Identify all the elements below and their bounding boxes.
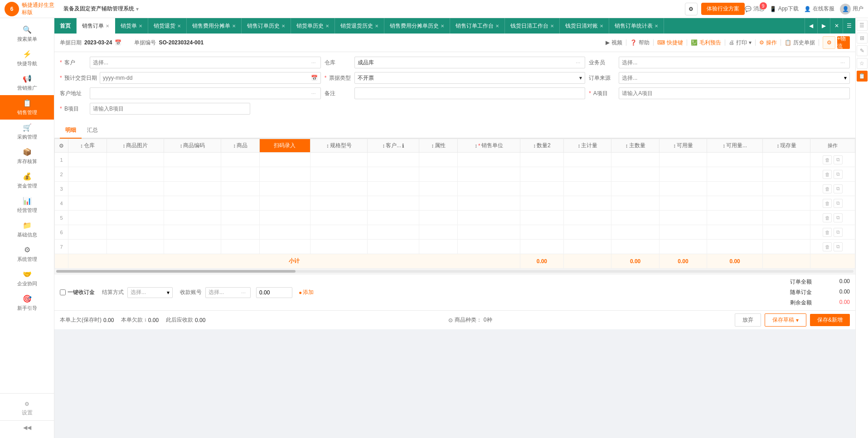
row-1-customer-code[interactable]: [368, 153, 419, 167]
row-2-image[interactable]: [107, 167, 164, 182]
right-sidebar-clipboard-icon[interactable]: 📋: [857, 71, 868, 82]
tab-menu-btn[interactable]: ☰: [843, 18, 855, 34]
row-5-code[interactable]: [164, 211, 221, 225]
row-4-available2[interactable]: [707, 196, 763, 211]
row-6-delete-btn[interactable]: 🗑: [823, 228, 832, 237]
row-2-warehouse[interactable]: [68, 167, 107, 182]
row-1-warehouse[interactable]: [68, 153, 107, 167]
row-5-main-unit[interactable]: [563, 211, 611, 225]
row-7-unit[interactable]: [458, 240, 520, 254]
row-5-attr[interactable]: [419, 211, 458, 225]
invoice-type-select[interactable]: 不开票 ▾: [354, 72, 586, 84]
row-7-available2[interactable]: [707, 240, 763, 254]
row-5-available[interactable]: [659, 211, 707, 225]
row-5-image[interactable]: [107, 211, 164, 225]
row-3-attr[interactable]: [419, 182, 458, 196]
row-4-unit[interactable]: [458, 196, 520, 211]
payment-amount-input[interactable]: [256, 287, 292, 298]
sidebar-item-finance[interactable]: 💰 资金管理: [0, 168, 54, 193]
row-1-available[interactable]: [659, 153, 707, 167]
auto-payment-checkbox-label[interactable]: 一键收订金: [60, 289, 95, 296]
tab-sales-fee-history[interactable]: 销售费用分摊单历史 ✕: [384, 18, 450, 34]
notes-input[interactable]: [358, 88, 582, 99]
user-area[interactable]: 👤 用户: [840, 4, 863, 14]
row-2-qty2[interactable]: [520, 167, 563, 182]
sidebar-item-operations[interactable]: 📊 经营管理: [0, 193, 54, 217]
tab-sales-fee[interactable]: 销售费用分摊单 ✕: [187, 18, 242, 34]
row-4-customer-code[interactable]: [368, 196, 419, 211]
row-1-qty2[interactable]: [520, 153, 563, 167]
row-1-stock[interactable]: [762, 153, 810, 167]
row-6-main-unit[interactable]: [563, 225, 611, 240]
sidebar-item-sales[interactable]: 📋 销售管理: [0, 95, 54, 120]
add-payment-btn[interactable]: ● 添加: [299, 289, 314, 296]
row-5-scan[interactable]: [259, 211, 310, 225]
sidebar-item-inventory[interactable]: 📦 库存核算: [0, 144, 54, 168]
row-7-attr[interactable]: [419, 240, 458, 254]
tab-sales-invoice-close[interactable]: ✕: [139, 24, 142, 29]
row-5-unit[interactable]: [458, 211, 520, 225]
toolbar-video-btn[interactable]: ▶ 视频: [606, 39, 622, 47]
row-5-delete-btn[interactable]: 🗑: [823, 213, 832, 222]
row-2-product[interactable]: [221, 167, 260, 182]
row-6-attr[interactable]: [419, 225, 458, 240]
row-1-copy-btn[interactable]: ⧉: [834, 155, 843, 164]
row-6-spec[interactable]: [310, 225, 368, 240]
row-3-scan[interactable]: [259, 182, 310, 196]
row-5-product[interactable]: [221, 211, 260, 225]
toolbar-logistics-btn[interactable]: +物流: [837, 36, 850, 49]
row-6-code[interactable]: [164, 225, 221, 240]
row-5-spec[interactable]: [310, 211, 368, 225]
tab-sales-order-history[interactable]: 销售订单历史 ✕: [242, 18, 291, 34]
tab-sales-invoice-history-close[interactable]: ✕: [325, 24, 329, 29]
warehouse-dots-btn[interactable]: ···: [574, 59, 582, 66]
row-4-main-unit[interactable]: [563, 196, 611, 211]
row-3-delete-btn[interactable]: 🗑: [823, 184, 832, 193]
system-dropdown-icon[interactable]: ▾: [136, 6, 139, 12]
row-6-scan[interactable]: [259, 225, 310, 240]
row-1-available2[interactable]: [707, 153, 763, 167]
row-1-code[interactable]: [164, 153, 221, 167]
discard-button[interactable]: 放弃: [735, 313, 761, 327]
toolbar-profit-btn[interactable]: 💹 毛利预告: [691, 39, 721, 47]
save-draft-dropdown-icon[interactable]: ▾: [796, 317, 799, 323]
salesperson-dots-btn[interactable]: ···: [839, 59, 847, 66]
customer-input[interactable]: [93, 59, 310, 66]
row-4-scan[interactable]: [259, 196, 310, 211]
row-6-unit[interactable]: [458, 225, 520, 240]
row-3-customer-code[interactable]: [368, 182, 419, 196]
row-5-customer-code[interactable]: [368, 211, 419, 225]
sidebar-item-marketing[interactable]: 📢 营销推广: [0, 71, 54, 95]
row-7-scan[interactable]: [259, 240, 310, 254]
row-4-product[interactable]: [221, 196, 260, 211]
right-sidebar-edit-icon[interactable]: ✎: [857, 45, 868, 56]
sidebar-item-enterprise[interactable]: 🤝 企业协同: [0, 266, 54, 291]
sidebar-settings-btn[interactable]: ⚙ 设置: [0, 397, 54, 420]
sidebar-item-base-info[interactable]: 📁 基础信息: [0, 217, 54, 242]
row-2-code[interactable]: [164, 167, 221, 182]
row-1-attr[interactable]: [419, 153, 458, 167]
row-4-qty2[interactable]: [520, 196, 563, 211]
row-3-main-qty[interactable]: [611, 182, 659, 196]
tab-sales-stats-close[interactable]: ✕: [655, 24, 658, 29]
row-7-spec[interactable]: [310, 240, 368, 254]
row-5-warehouse[interactable]: [68, 211, 107, 225]
row-4-warehouse[interactable]: [68, 196, 107, 211]
tab-sales-invoice[interactable]: 销货单 ✕: [115, 18, 148, 34]
row-3-spec[interactable]: [310, 182, 368, 196]
row-7-customer-code[interactable]: [368, 240, 419, 254]
row-4-copy-btn[interactable]: ⧉: [834, 199, 843, 208]
tab-sales-order-close[interactable]: ✕: [106, 24, 109, 29]
row-4-main-qty[interactable]: [611, 196, 659, 211]
row-7-main-qty[interactable]: [611, 240, 659, 254]
row-5-main-qty[interactable]: [611, 211, 659, 225]
toolbar-history-btn[interactable]: 📋 历史单据: [785, 39, 815, 47]
row-6-warehouse[interactable]: [68, 225, 107, 240]
table-scrollbar[interactable]: [54, 269, 855, 274]
tab-close-all-btn[interactable]: ✕: [830, 18, 843, 34]
row-7-stock[interactable]: [762, 240, 810, 254]
row-3-available2[interactable]: [707, 182, 763, 196]
row-1-main-qty[interactable]: [611, 153, 659, 167]
scroll-track[interactable]: [56, 270, 853, 273]
b-project-input[interactable]: [93, 103, 247, 114]
